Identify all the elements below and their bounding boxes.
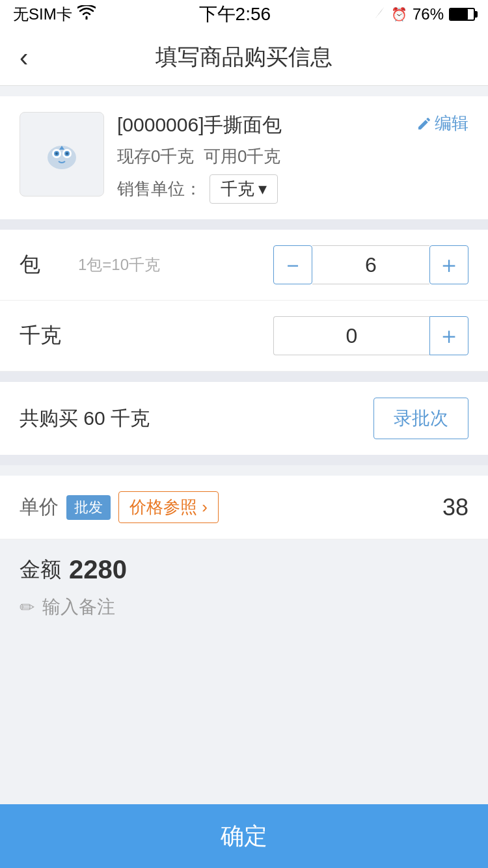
product-stock: 现存0千克 可用0千克 <box>117 145 468 168</box>
carrier-text: 无SIM卡 <box>13 4 72 25</box>
svg-point-5 <box>55 152 58 155</box>
package-hint: 1包=10千克 <box>78 254 273 275</box>
package-plus-btn[interactable]: ＋ <box>429 245 468 284</box>
back-button[interactable]: ‹ <box>20 44 28 70</box>
price-section: 单价 批发 价格参照 › 38 <box>0 476 488 539</box>
kilogram-row: 千克 ＋ <box>0 301 488 372</box>
price-value: 38 <box>442 494 468 521</box>
gps-icon <box>374 5 386 23</box>
price-badge: 批发 <box>66 495 111 520</box>
nav-bar: ‹ 填写商品购买信息 <box>0 29 488 86</box>
kilogram-plus-btn[interactable]: ＋ <box>429 316 468 355</box>
page-title: 填写商品购买信息 <box>156 42 332 72</box>
separator-3 <box>0 455 488 465</box>
product-name: [0000006]手撕面包 <box>117 112 282 139</box>
batch-button[interactable]: 录批次 <box>373 398 468 439</box>
product-card: [0000006]手撕面包 编辑 现存0千克 可用0千克 销售单位： 千克 ▾ <box>0 96 488 219</box>
total-text: 共购买 60 千克 <box>20 405 150 432</box>
separator-1 <box>0 219 488 230</box>
battery-icon <box>449 8 475 21</box>
separator-2 <box>0 372 488 382</box>
remark-row[interactable]: ✏ 输入备注 <box>20 595 468 619</box>
pencil-icon: ✏ <box>20 597 34 618</box>
svg-point-6 <box>66 152 68 155</box>
package-row: 包 1包=10千克 － ＋ <box>0 230 488 301</box>
package-label: 包 <box>20 251 72 279</box>
confirm-button[interactable]: 确定 <box>0 804 488 868</box>
amount-section: 金额 2280 ✏ 输入备注 <box>0 539 488 626</box>
price-label: 单价 <box>20 494 59 521</box>
amount-value: 2280 <box>69 555 127 584</box>
battery-percent: 76% <box>413 5 444 23</box>
amount-row: 金额 2280 <box>20 555 468 584</box>
status-bar: 无SIM卡 下午2:56 ⏰ 76% <box>0 0 488 29</box>
package-minus-btn[interactable]: － <box>273 245 312 284</box>
edit-link[interactable]: 编辑 <box>416 112 468 135</box>
input-section: 包 1包=10千克 － ＋ 千克 ＋ <box>0 230 488 372</box>
product-image <box>20 112 104 197</box>
package-quantity-control: － ＋ <box>273 245 468 284</box>
status-right: ⏰ 76% <box>374 5 475 23</box>
product-unit-row: 销售单位： 千克 ▾ <box>117 174 468 204</box>
kilogram-qty-input[interactable] <box>273 316 429 355</box>
price-row: 单价 批发 价格参照 › 38 <box>0 476 488 539</box>
kilogram-label: 千克 <box>20 321 72 350</box>
package-qty-input[interactable] <box>312 245 429 284</box>
status-left: 无SIM卡 <box>13 4 96 25</box>
total-row: 共购买 60 千克 录批次 <box>0 382 488 455</box>
wifi-icon <box>77 5 96 23</box>
price-ref-button[interactable]: 价格参照 › <box>118 491 219 523</box>
amount-label: 金额 <box>20 556 61 584</box>
product-info: [0000006]手撕面包 编辑 现存0千克 可用0千克 销售单位： 千克 ▾ <box>117 112 468 204</box>
alarm-icon: ⏰ <box>391 7 407 22</box>
unit-selector[interactable]: 千克 ▾ <box>210 174 278 204</box>
kilogram-quantity-control: ＋ <box>273 316 468 355</box>
status-time: 下午2:56 <box>199 2 271 27</box>
remark-placeholder: 输入备注 <box>42 595 115 619</box>
